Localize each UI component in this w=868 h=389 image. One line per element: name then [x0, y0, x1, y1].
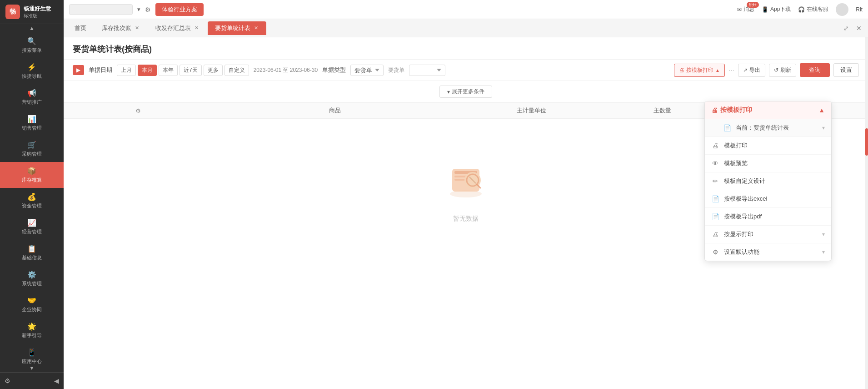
system-icon: ⚙️ — [27, 270, 36, 279]
print-icon: 🖨 — [679, 67, 684, 73]
topbar-right: ✉ 消息 99+ 📱 App下载 🎧 在线客服 Rit — [737, 3, 863, 16]
tab-inventory-batch[interactable]: 库存批次账 ✕ — [95, 21, 147, 35]
operations-icon: 📈 — [27, 218, 36, 227]
right-scrollbar[interactable] — [865, 37, 868, 389]
page-content: 要货单统计表(按商品) ▶ 单据日期 上月 本月 本年 近7天 更多 自定义 2… — [64, 37, 868, 389]
settings-button[interactable]: 设置 — [833, 63, 859, 77]
eye-icon: 👁 — [711, 160, 719, 167]
dropdown-template-design[interactable]: ✏ 模板自定义设计 — [705, 172, 831, 190]
date-btn-7days[interactable]: 近7天 — [180, 65, 202, 76]
sidebar-scroll-up[interactable]: ▲ — [29, 25, 35, 31]
sidebar-item-finance[interactable]: 💰 资金管理 — [0, 188, 64, 214]
date-btn-this-month[interactable]: 本月 — [138, 65, 157, 76]
tab-close-inventory-batch[interactable]: ✕ — [134, 25, 140, 31]
sidebar-bottom: ⚙ ◀ — [0, 372, 64, 389]
expand-conditions-button[interactable]: ▾ 展开更多条件 — [439, 86, 492, 98]
table-col-product: 商品 — [204, 106, 466, 115]
date-btn-this-year[interactable]: 本年 — [159, 65, 178, 76]
message-badge: 99+ — [747, 2, 759, 8]
dropdown-close-button[interactable]: ▲ — [818, 106, 825, 114]
date-btn-last-month[interactable]: 上月 — [117, 65, 136, 76]
sidebar-scroll-down[interactable]: ▼ — [29, 365, 35, 371]
sidebar-collapse-button[interactable]: ◀ — [54, 377, 59, 384]
dropdown-template-excel[interactable]: 📄 按模板导出excel — [705, 190, 831, 208]
sidebar-item-search[interactable]: 🔍 搜索菜单 — [0, 32, 64, 58]
gear-icon: ⚙ — [711, 248, 719, 256]
order-select[interactable] — [409, 65, 445, 76]
sidebar-item-basic[interactable]: 📋 基础信息 — [0, 240, 64, 266]
sidebar-settings-button[interactable]: ⚙ — [5, 377, 10, 384]
sidebar-item-system[interactable]: ⚙️ 系统管理 — [0, 266, 64, 292]
online-support-button[interactable]: 🎧 在线客服 — [798, 5, 828, 13]
dropdown-template-print[interactable]: 🖨 模板打印 — [705, 137, 831, 155]
date-btn-custom[interactable]: 自定义 — [224, 65, 249, 76]
dropdown-set-default[interactable]: ⚙ 设置默认功能 ▾ — [705, 243, 831, 261]
tab-close-all-button[interactable]: ✕ — [853, 23, 864, 34]
chevron-up-icon: ▲ — [715, 68, 720, 73]
table-col-settings[interactable]: ⚙ — [73, 107, 204, 114]
tab-close-order-stats[interactable]: ✕ — [253, 25, 259, 31]
type-filter-label: 单据类型 — [322, 66, 346, 74]
sidebar-item-quick[interactable]: ⚡ 快捷导航 — [0, 58, 64, 84]
tab-close-collection-summary[interactable]: ✕ — [194, 25, 200, 31]
sidebar-expand-button[interactable]: ▶ — [73, 65, 84, 75]
sidebar-item-apps[interactable]: 📱 应用中心 — [0, 344, 64, 364]
tab-home[interactable]: 首页 — [67, 21, 94, 35]
topbar-dropdown-button[interactable]: ▾ — [137, 6, 140, 13]
dropdown-header: 🖨 按模板打印 ▲ — [705, 101, 831, 119]
dropdown-template-preview[interactable]: 👁 模板预览 — [705, 155, 831, 172]
type-filter-select[interactable]: 要货单 — [350, 65, 384, 76]
app-download-button[interactable]: 📱 App下载 — [762, 5, 791, 13]
user-avatar[interactable] — [836, 3, 848, 16]
print-dropdown-menu: 🖨 按模板打印 ▲ 📄 当前：要货单统计表 ▾ 🖨 模板打印 👁 模板预览 ✏ — [704, 101, 832, 261]
divider: ⋯ — [728, 67, 734, 74]
apps-icon: 📱 — [27, 348, 36, 357]
empty-text: 暂无数据 — [453, 215, 479, 223]
tab-maximize-button[interactable]: ⤢ — [841, 23, 852, 34]
sidebar-item-sales[interactable]: 📊 销售管理 — [0, 110, 64, 136]
sidebar-nav: 🔍 搜索菜单 ⚡ 快捷导航 📢 营销推广 📊 销售管理 🛒 采购管理 📦 库存核… — [0, 32, 64, 364]
trial-button[interactable]: 体验行业方案 — [155, 3, 204, 16]
sidebar-item-inventory[interactable]: 📦 库存核算 — [0, 162, 64, 188]
refresh-button[interactable]: ↺ 刷新 — [769, 64, 796, 77]
design-icon: ✏ — [711, 177, 719, 185]
tab-collection-summary[interactable]: 收发存汇总表 ✕ — [148, 21, 207, 35]
messages-button[interactable]: ✉ 消息 99+ — [737, 5, 754, 13]
export-icon: ↗ — [743, 67, 748, 73]
dropdown-title: 🖨 按模板打印 — [711, 106, 752, 114]
date-range-text: 2023-06-01 至 2023-06-30 — [254, 66, 318, 74]
query-button[interactable]: 查询 — [800, 63, 830, 77]
tabbar-right: ⤢ ✕ — [841, 23, 864, 34]
purchase-icon: 🛒 — [27, 141, 36, 149]
refresh-icon: ↺ — [774, 67, 778, 73]
print-header-icon: 🖨 — [711, 106, 718, 114]
sales-icon: 📊 — [27, 115, 36, 123]
sidebar-logo[interactable]: 畅 畅通好生意 标准版 — [0, 0, 64, 24]
tabbar: 首页 库存批次账 ✕ 收发存汇总表 ✕ 要货单统计表 ✕ ⤢ ✕ — [64, 19, 868, 37]
basic-icon: 📋 — [27, 244, 36, 253]
chevron-right-icon: ▾ — [822, 125, 825, 131]
dropdown-display-print[interactable]: 🖨 按显示打印 ▾ — [705, 226, 831, 243]
sidebar-item-guide[interactable]: 🌟 新手引导 — [0, 318, 64, 344]
sidebar-item-purchase[interactable]: 🛒 采购管理 — [0, 136, 64, 162]
tab-order-stats[interactable]: 要货单统计表 ✕ — [208, 21, 266, 35]
sidebar-item-company[interactable]: 🤝 企业协同 — [0, 292, 64, 318]
username-label: Rit — [856, 6, 863, 13]
dropdown-template-pdf[interactable]: 📄 按模板导出pdf — [705, 208, 831, 226]
logo-text: 畅通好生意 标准版 — [24, 5, 51, 19]
expand-default-icon: ▾ — [822, 249, 825, 255]
topbar-search-input[interactable] — [69, 4, 133, 15]
date-filter-label: 单据日期 — [89, 66, 112, 74]
topbar: ▾ ⚙ 体验行业方案 ✉ 消息 99+ 📱 App下载 🎧 在线客服 Rit — [64, 0, 868, 19]
date-btn-more[interactable]: 更多 — [204, 65, 223, 76]
sidebar-item-operations[interactable]: 📈 经营管理 — [0, 214, 64, 240]
topbar-gear-button[interactable]: ⚙ — [145, 6, 151, 13]
page-title: 要货单统计表(按商品) — [73, 45, 152, 54]
scrollbar-thumb — [865, 128, 868, 156]
sidebar-item-marketing[interactable]: 📢 营销推广 — [0, 84, 64, 110]
excel-icon: 📄 — [711, 195, 719, 202]
pdf-icon: 📄 — [711, 213, 719, 220]
export-button[interactable]: ↗ 导出 — [738, 64, 765, 77]
print-template-button[interactable]: 🖨 按模板打印 ▲ — [674, 64, 725, 77]
dropdown-current-item[interactable]: 📄 当前：要货单统计表 ▾ — [705, 119, 831, 137]
